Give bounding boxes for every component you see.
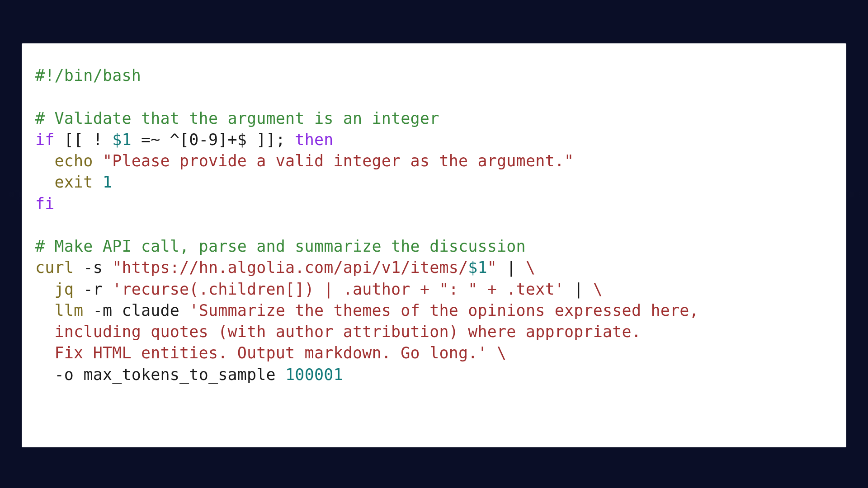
var-arg1-b: $1 (468, 258, 487, 277)
kw-then: then (295, 131, 333, 149)
indent (35, 152, 55, 170)
kw-fi: fi (35, 195, 55, 213)
sp (487, 344, 497, 362)
flag-s: -s (74, 258, 112, 277)
cond-open: [[ ! (55, 131, 113, 149)
pipe-1: | (497, 258, 526, 277)
line-cont-2: \ (593, 280, 603, 298)
flag-r: -r (74, 280, 112, 298)
indent (35, 344, 55, 362)
cmd-llm: llm (55, 301, 84, 319)
prompt-line-3: Fix HTML entities. Output markdown. Go l… (55, 344, 487, 362)
cmd-jq: jq (55, 280, 74, 298)
flag-m: -m (83, 301, 122, 319)
indent (35, 173, 55, 191)
line-cont-3: \ (497, 344, 506, 362)
comment-api: # Make API call, parse and summarize the… (35, 237, 526, 255)
indent (35, 366, 55, 384)
sp (93, 152, 103, 170)
exit-code: 1 (103, 173, 112, 191)
pipe-2: | (564, 280, 593, 298)
kw-if: if (35, 131, 55, 149)
cmd-echo: echo (55, 152, 93, 170)
comment-validate: # Validate that the argument is an integ… (35, 109, 439, 127)
var-arg1-a: $1 (112, 131, 132, 149)
line-cont-1: \ (526, 258, 535, 277)
url-a: "https://hn.algolia.com/api/v1/items/ (112, 258, 468, 277)
prompt-line-2: including quotes (with author attributio… (55, 323, 642, 341)
cmd-exit: exit (55, 173, 93, 191)
sp (93, 173, 103, 191)
indent (35, 323, 55, 341)
cmd-curl: curl (35, 258, 74, 277)
opt-value: 100001 (285, 366, 343, 384)
code-block: #!/bin/bash # Validate that the argument… (22, 43, 846, 447)
opt-name: max_tokens_to_sample (83, 366, 285, 384)
model-name: claude (122, 301, 189, 319)
indent (35, 301, 55, 319)
shebang-line: #!/bin/bash (35, 66, 141, 84)
prompt-line-1: 'Summarize the themes of the opinions ex… (189, 301, 698, 319)
indent (35, 280, 55, 298)
url-b: " (487, 258, 497, 277)
cond-rest: =~ ^[0-9]+$ ]]; (132, 131, 295, 149)
flag-o: -o (55, 366, 84, 384)
str-error: "Please provide a valid integer as the a… (103, 152, 574, 170)
jq-expr: 'recurse(.children[]) | .author + ": " +… (112, 280, 564, 298)
